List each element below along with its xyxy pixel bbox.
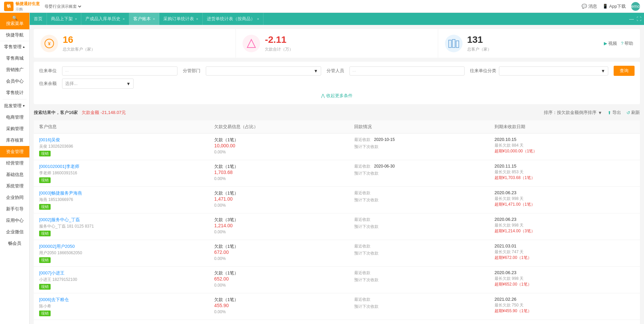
sidebar-item-operations[interactable]: 经营管理: [0, 157, 29, 169]
sidebar-item-purchase[interactable]: 采购管理: [0, 123, 29, 135]
store-select[interactable]: 母婴行业演示账套: [43, 4, 82, 9]
overdue-amount[interactable]: 超期¥1,214.00（3笔）: [495, 228, 635, 234]
tab-close-purchase-stats[interactable]: ×: [196, 17, 198, 21]
table-row: [0016]吴俊 吴俊 13026203696 现销 欠款（1笔） 10,000…: [34, 134, 640, 160]
table-row: [000002]用户2050 用户2050 18665062050 现销 欠款（…: [34, 240, 640, 267]
table-row: [0002]服务中心_丁磊 服务中心_丁磊 181 0125 8371 现销 欠…: [34, 213, 640, 240]
due-date: 2021.03.01: [495, 243, 635, 248]
due-date-cell: 2021.02.26 最长欠款 750 天 超期¥455.90（1笔）: [495, 297, 635, 314]
message-btn[interactable]: 💬 消息: [582, 3, 597, 9]
header-collection: 回款情况: [354, 124, 494, 130]
collection-cell: 最近收款 预计下次收款: [354, 270, 494, 283]
debt-count: 欠款（1笔）: [214, 297, 354, 303]
tab-close-import-stats[interactable]: ×: [257, 17, 259, 21]
export-icon: ⬆: [608, 110, 611, 115]
view-video-btn[interactable]: ▶ 视频: [604, 40, 617, 47]
collapse-bar[interactable]: ⋀ 收起更多条件: [39, 91, 635, 100]
sidebar-item-membership[interactable]: 会员中心: [0, 76, 29, 87]
tab-customer-account[interactable]: 客户账本 ×: [129, 13, 159, 25]
due-date-cell: 2020.10.15 最长欠款 884 天 超期¥10,000.00（1笔）: [495, 137, 635, 154]
debt-info-cell: 欠款（1笔） 10,000.00 0.00%: [214, 137, 354, 154]
tab-purchase-stats[interactable]: 采购订单统计表 ×: [159, 13, 202, 25]
sidebar-item-batch-mgmt[interactable]: 批发管理 ▼: [0, 100, 29, 112]
sidebar-item-finance[interactable]: 资金管理: [0, 146, 29, 157]
sidebar-item-ecommerce[interactable]: 电商管理: [0, 112, 29, 123]
overdue-amount[interactable]: 超期¥672.00（1笔）: [495, 255, 635, 261]
next-label: 预计下次收款: [354, 304, 494, 310]
tab-close-customer-account[interactable]: ×: [153, 17, 155, 21]
table-row: [0007]小进王 小进王 18279152100 现销 欠款（1笔） 652.…: [34, 267, 640, 293]
app-download-btn[interactable]: 📱 App下载: [603, 3, 626, 9]
overdue-amount[interactable]: 超期¥1,471.00（1笔）: [495, 202, 635, 207]
tab-close-product-history[interactable]: ×: [122, 17, 124, 21]
debt-info-cell: 欠款（1笔） 652.00 0.00%: [214, 270, 354, 288]
debt-amount[interactable]: 455.90: [214, 303, 354, 308]
tab-products-off[interactable]: 商品上下架 ×: [47, 13, 81, 25]
message-icon: 💬: [582, 4, 587, 9]
table-header: 客户信息 欠款交易信息（占比） 回款情况 到期未收款日期: [34, 120, 640, 134]
search-btn[interactable]: 查询: [614, 66, 635, 76]
person-input[interactable]: ···: [349, 66, 465, 76]
help-btn[interactable]: ? 帮助: [621, 40, 633, 47]
customer-info-cell: [0007]小进王 小进王 18279152100 现销: [39, 270, 214, 290]
sidebar-item-retail-mgmt[interactable]: 零售管理 ▲: [0, 41, 29, 53]
dept-label: 分管部门: [183, 68, 203, 74]
overdue-days: 最长欠款 998 天: [495, 276, 635, 282]
debt-percent: 0.00%: [214, 176, 354, 181]
debt-amount[interactable]: 672.00: [214, 249, 354, 255]
minimize-btn[interactable]: —: [629, 16, 634, 22]
overdue-amount[interactable]: 超期¥1,703.68（1笔）: [495, 175, 635, 181]
debt-amount[interactable]: 10,000.00: [214, 143, 354, 148]
chevron-down-icon-category: ▼: [601, 68, 605, 73]
debt-percent: 0.00%: [214, 230, 354, 234]
debt-amount[interactable]: 1,471.00: [214, 196, 354, 202]
sidebar-item-marketing[interactable]: 营销推广: [0, 64, 29, 76]
overdue-amount[interactable]: 超期¥10,000.00（1笔）: [495, 148, 635, 154]
customer-name[interactable]: [0002]服务中心_丁磊: [39, 217, 214, 223]
unit-category-select[interactable]: ▼: [499, 66, 608, 76]
sidebar-item-app-center[interactable]: 应用中心: [0, 215, 29, 226]
debt-amount[interactable]: 652.00: [214, 276, 354, 282]
tab-close-products-off[interactable]: ×: [75, 17, 77, 21]
sidebar-item-enterprise-wx[interactable]: 企业微信: [0, 226, 29, 238]
from-unit-input[interactable]: ···: [62, 66, 177, 76]
sidebar-item-quick-nav[interactable]: 快捷导航: [0, 29, 29, 41]
sidebar-item-retail-store[interactable]: 零售商城: [0, 53, 29, 64]
overdue-amount[interactable]: 超期¥455.90（1笔）: [495, 308, 635, 314]
customer-name[interactable]: [0001020001]李老师: [39, 164, 214, 170]
dept-select[interactable]: ▼: [206, 66, 321, 76]
sidebar-search-btn[interactable]: 🔍 搜索菜单: [0, 13, 29, 29]
sidebar-item-inventory[interactable]: 库存核算: [0, 135, 29, 146]
due-date-cell: 2020.06.23 最长欠款 998 天 超期¥652.00（1笔）: [495, 270, 635, 287]
sidebar-item-enterprise[interactable]: 企业协同: [0, 192, 29, 203]
tab-product-history[interactable]: 产成品入库单历史 ×: [81, 13, 129, 25]
svg-rect-4: [452, 39, 455, 48]
refresh-btn[interactable]: ↺ 刷新: [626, 110, 640, 116]
next-label: 预计下次收款: [354, 224, 494, 230]
export-btn[interactable]: ⬆ 导出: [608, 110, 621, 116]
remaining-select[interactable]: 选择... ▼: [62, 79, 134, 89]
tab-home[interactable]: 首页: [30, 13, 47, 25]
debt-amount[interactable]: 1,703.68: [214, 170, 354, 175]
avatar[interactable]: demo2: [631, 2, 640, 11]
sidebar-item-retail-stats[interactable]: 零售统计: [0, 87, 29, 98]
chevron-down-icon-sort: ▼: [598, 110, 602, 115]
tab-import-stats[interactable]: 进货单统计表（按商品） ×: [203, 13, 263, 25]
customer-name[interactable]: [0007]小进王: [39, 270, 214, 276]
maximize-btn[interactable]: ⛶: [637, 16, 641, 22]
sidebar-item-new-guide[interactable]: 新手引导: [0, 203, 29, 215]
owing-amount-label: 欠款合计（万）: [265, 47, 431, 52]
sidebar-item-system[interactable]: 系统管理: [0, 180, 29, 192]
debt-amount[interactable]: 1,214.00: [214, 223, 354, 228]
sort-btn[interactable]: 排序：按欠款金额倒序排序 ▼: [544, 110, 602, 116]
svg-rect-3: [449, 40, 451, 48]
customer-name[interactable]: [0006]去下粮仓: [39, 297, 214, 303]
customer-name[interactable]: [0003]畅捷服务尹海燕: [39, 190, 214, 196]
sidebar-item-vip[interactable]: 畅会员: [0, 238, 29, 249]
customer-name[interactable]: [000002]用户2050: [39, 243, 214, 249]
recent-label: 最近收款: [354, 217, 373, 222]
customer-name[interactable]: [0016]吴俊: [39, 137, 214, 143]
sidebar-item-basic-info[interactable]: 基础信息: [0, 169, 29, 180]
collection-cell: 最近收款 预计下次收款: [354, 190, 494, 203]
overdue-amount[interactable]: 超期¥652.00（1笔）: [495, 282, 635, 287]
